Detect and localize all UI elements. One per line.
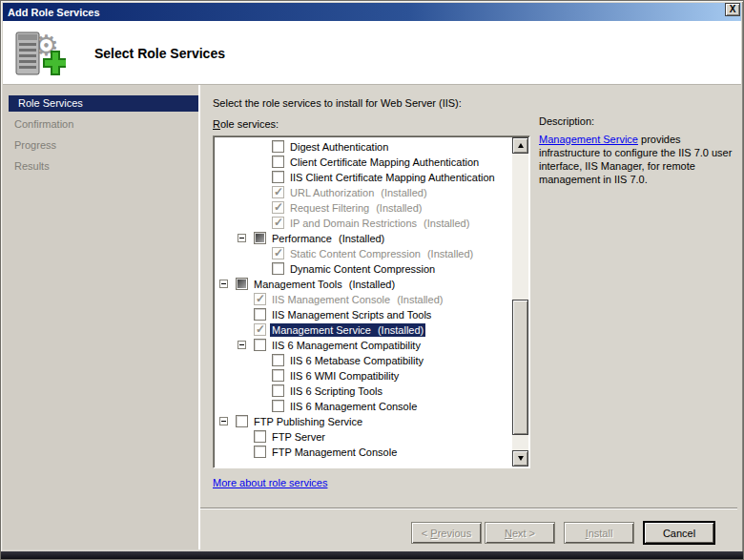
wizard-steps-sidebar: Role Services Confirmation Progress Resu… [3,85,198,550]
sidebar-item-confirmation[interactable]: Confirmation [3,116,198,133]
description-text: Management Service provides infrastructu… [539,133,741,186]
tree-row[interactable]: IIS Client Certificate Mapping Authentic… [216,170,511,185]
collapse-minus-icon[interactable] [219,280,228,288]
server-add-icon: ⚙ [12,27,66,80]
management-service-link[interactable]: Management Service [539,134,638,145]
tree-item-label[interactable]: Management Service(Installed) [270,323,425,337]
tree-row[interactable]: FTP Publishing Service [216,414,511,429]
wizard-header: ⚙ Select Role Services [3,21,741,85]
main-content: Select the role services to install for … [200,85,741,550]
tree-row[interactable]: FTP Server [216,429,511,445]
checkbox[interactable] [272,171,284,183]
sidebar-item-role-services[interactable]: Role Services [9,95,198,112]
tree-row[interactable]: FTP Management Console [216,445,511,460]
tree-row[interactable]: IIS Management Scripts and Tools [216,307,511,322]
checkbox[interactable] [254,430,266,443]
tree-row[interactable]: ✓Static Content Compression(Installed) [216,246,511,261]
tree-item-label[interactable]: IIS Client Certificate Mapping Authentic… [288,171,497,184]
tree-item-label[interactable]: Static Content Compression(Installed) [288,247,475,260]
window-title: Add Role Services [3,7,100,18]
sidebar-item-progress[interactable]: Progress [3,137,198,154]
tree-item-label[interactable]: Digest Authentication [288,140,390,154]
tree-item-label[interactable]: FTP Management Console [270,446,399,459]
description-heading: Description: [539,115,741,127]
previous-button[interactable]: < Previous [411,522,482,544]
tree-row[interactable]: Management Tools(Installed) [216,277,511,292]
tree-row[interactable]: IIS 6 Metabase Compatibility [216,353,511,368]
tree-row[interactable]: Client Certificate Mapping Authenticatio… [216,155,511,170]
checkbox[interactable] [272,369,284,382]
checkbox[interactable] [272,354,284,366]
more-about-role-services-link[interactable]: More about role services [213,477,327,488]
tree-row[interactable]: Dynamic Content Compression [216,261,511,277]
sidebar-item-results[interactable]: Results [3,158,198,175]
role-services-tree: Digest AuthenticationClient Certificate … [213,135,530,468]
checkbox[interactable] [272,140,284,153]
checkbox[interactable]: ✓ [272,247,284,259]
checkbox[interactable] [236,278,248,290]
tree-item-label[interactable]: Client Certificate Mapping Authenticatio… [288,156,481,169]
tree-item-label[interactable]: IIS 6 Management Console [288,400,419,413]
checkbox[interactable] [272,262,284,275]
checkbox[interactable]: ✓ [254,293,266,305]
checkbox[interactable] [272,400,284,412]
tree-item-label[interactable]: IIS Management Console(Installed) [270,293,444,306]
collapse-minus-icon[interactable] [219,417,228,425]
role-services-label: Role services: [213,118,279,130]
tree-item-label[interactable]: Management Tools(Installed) [252,278,397,291]
tree-row[interactable]: IIS 6 Scripting Tools [216,384,511,399]
tree-row[interactable]: ✓IIS Management Console(Installed) [216,292,511,307]
bottom-edge [1,551,743,560]
tree-item-label[interactable]: FTP Publishing Service [252,415,364,428]
scroll-up-icon[interactable] [512,137,528,154]
collapse-minus-icon[interactable] [238,234,246,242]
tree-row[interactable]: ✓URL Authorization(Installed) [216,185,511,200]
tree-item-label[interactable]: IIS 6 WMI Compatibility [288,369,401,383]
checkbox[interactable] [254,232,266,244]
tree-row[interactable]: ✓Request Filtering(Installed) [216,200,511,216]
tree-row[interactable]: ✓IP and Domain Restrictions(Installed) [216,216,511,231]
tree-row[interactable]: IIS 6 Management Compatibility [216,338,511,353]
intro-text: Select the role services to install for … [213,97,462,109]
tree-row[interactable]: ✓Management Service(Installed) [216,322,511,338]
checkbox[interactable]: ✓ [272,217,284,229]
tree-item-label[interactable]: Dynamic Content Compression [288,262,437,276]
checkbox[interactable] [272,384,284,397]
checkbox[interactable] [254,446,266,458]
title-bar: Add Role Services [3,3,741,21]
tree-item-label[interactable]: FTP Server [270,430,327,444]
tree-item-label[interactable]: IIS 6 Management Compatibility [270,339,423,352]
description-panel: Description: Management Service provides… [539,115,741,186]
checkbox[interactable]: ✓ [254,323,266,336]
checkbox[interactable]: ✓ [272,201,284,214]
page-title: Select Role Services [94,46,225,61]
checkbox[interactable] [254,339,266,351]
close-icon[interactable]: X [725,3,740,16]
scroll-down-icon[interactable] [512,450,528,467]
footer-separator [200,508,737,509]
scrollbar-thumb[interactable] [512,300,528,435]
tree-item-label[interactable]: Request Filtering(Installed) [288,201,424,215]
cancel-button[interactable]: Cancel [644,522,714,544]
collapse-minus-icon[interactable] [238,341,246,349]
tree-item-label[interactable]: IIS 6 Scripting Tools [288,384,384,398]
checkbox[interactable] [254,308,266,321]
next-button[interactable]: Next > [485,522,555,544]
add-role-services-dialog: Add Role Services X ⚙ Select Role Servic… [0,0,744,560]
tree-row[interactable]: Digest Authentication [216,139,511,155]
tree-item-label[interactable]: IIS Management Scripts and Tools [270,308,433,321]
tree-scrollbar[interactable] [512,137,528,467]
tree-item-label[interactable]: IIS 6 Metabase Compatibility [288,354,425,367]
tree-item-label[interactable]: Performance(Installed) [270,232,386,245]
tree-row[interactable]: IIS 6 WMI Compatibility [216,368,511,384]
tree-row[interactable]: IIS 6 Management Console [216,399,511,414]
checkbox[interactable] [236,415,248,427]
tree-row[interactable]: Performance(Installed) [216,231,511,246]
tree-item-label[interactable]: URL Authorization(Installed) [288,186,429,199]
checkbox[interactable]: ✓ [272,186,284,198]
checkbox[interactable] [272,156,284,168]
tree-item-label[interactable]: IP and Domain Restrictions(Installed) [288,217,471,230]
install-button[interactable]: Install [564,522,634,544]
